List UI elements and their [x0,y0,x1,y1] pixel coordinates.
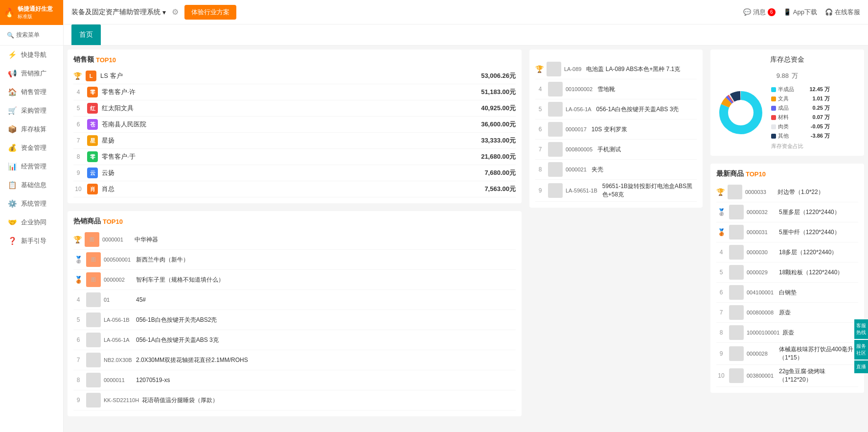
inventory-icon: 📦 [8,125,17,134]
legend-value-1: 12.45 万 [809,86,830,93]
np-img-8 [729,325,744,340]
system-selector[interactable]: 装备及固定资产辅助管理系统 ▾ [71,8,166,17]
hp-rank-6: 6 [73,336,83,343]
cs-hotline[interactable]: 客服 热线 [854,319,868,339]
hp-img-9 [86,393,101,408]
badge-4: 苍 [87,119,98,130]
sidebar-item-inventory[interactable]: 📦 库存核算 [0,120,63,139]
np-code-10: 003800001 [747,373,776,379]
np-code-5: 0000029 [747,269,776,275]
np-name-7: 原壶 [779,309,858,317]
np-rank-6: 6 [716,289,726,296]
guide-icon: ❓ [8,237,17,245]
legend-value-2: 1.01 万 [813,95,830,102]
gear-icon[interactable]: ⚙ [172,7,179,17]
online-service-btn[interactable]: 🎧 在线客服 [825,8,860,17]
sidebar-item-basic[interactable]: 📋 基础信息 [0,176,63,194]
headset-icon: 🎧 [825,8,833,16]
hp-code-7: NB2.0X30B [104,357,133,363]
newest-header: 最新商品 TOP10 [716,169,858,178]
rank-num-5: 7 [73,137,83,144]
sidebar-item-sales[interactable]: 🏠 销售管理 [0,83,63,101]
newest-products-panel: 最新商品 TOP10 🏆 0000033 封边带（1.0*22） 🥈 00000… [710,164,864,393]
hp-code-6: LA-056-1A [104,337,133,343]
main-area: 装备及固定资产辅助管理系统 ▾ ⚙ 体验行业方案 💬 消息 6 📱 App下载 … [64,0,868,432]
cust-value-3: 40,925.00元 [481,104,516,113]
rank-num-7: 9 [73,169,83,176]
app-logo: 🔥 畅捷通好生意 标准版 [0,0,63,25]
search-icon: 🔍 [7,32,14,39]
quick-icon: ⚡ [8,50,17,59]
nav-item-home[interactable]: 首页 [71,24,101,45]
hot-product-3: 🥉 图 0000002 智利车子里（规格不知道填什么） [73,270,516,290]
marketing-label: 营销推广 [21,69,46,78]
ts-rank-6: 8 [535,166,545,173]
cs-live[interactable]: 直播 [854,360,868,373]
float-customer-service: 客服 热线 服务 社区 直播 [854,319,868,373]
hot-product-2: 🥈 图 000500001 新西兰牛肉（新牛） [73,250,516,270]
legend-item-4: 材料 0.07 万 [771,114,830,121]
donut-chart [716,88,765,137]
top-selling-list: 🏆 LA-089 电池盖 LA-089 ABS本色+黑种 7.1克 4 0010… [535,59,697,202]
hp-rank-5: 5 [73,316,83,323]
sidebar-item-guide[interactable]: ❓ 新手引导 [0,232,63,250]
hp-name-3: 智利车子里（规格不知道填什么） [136,276,516,284]
top-selling-panel: 🏆 LA-089 电池盖 LA-089 ABS本色+黑种 7.1克 4 0010… [529,49,703,208]
ts-code-7: LA-59651-1B [566,188,597,193]
np-code-3: 0000031 [747,229,776,235]
topbar: 装备及固定资产辅助管理系统 ▾ ⚙ 体验行业方案 💬 消息 6 📱 App下载 … [64,0,868,24]
hot-products-panel: 热销商品 TOP10 🏆 图 0000001 中华神器 🥈 图 00050000… [68,211,522,416]
sidebar-item-finance[interactable]: 💰 资金管理 [0,139,63,157]
np-img-3 [729,225,744,240]
purchase-icon: 🛒 [8,106,17,115]
np-name-4: 18多层（1220*2440） [779,248,858,257]
ts-product-7: 9 LA-59651-1B 59651-1B旋转投影灯电池盒ABS黑色+58克 [535,180,697,202]
hp-rank-4: 4 [73,296,83,303]
np-rank-4: 4 [716,249,726,256]
cust-value-1: 53,006.26元 [481,72,516,80]
quick-label: 快捷导航 [21,50,46,59]
legend-dot-1 [771,87,776,92]
legend-label-5: 肉类 [778,123,809,130]
np-img-2 [729,205,744,219]
middle-column: 销售额 TOP10 🏆 L LS 客户 53,006.26元 4 零 零售客户·… [64,46,525,432]
search-menu-btn[interactable]: 🔍 搜索菜单 [4,29,59,41]
hp-img-4 [86,292,101,307]
hp-img-8 [86,373,101,387]
cust-name-2: 零售客户·许 [102,88,477,96]
sidebar-item-marketing[interactable]: 📢 营销推广 [0,64,63,83]
sidebar-item-enterprise[interactable]: 🤝 企业协同 [0,213,63,232]
top-customers-panel: 销售额 TOP10 🏆 L LS 客户 53,006.26元 4 零 零售客户·… [68,49,522,203]
hp-rank-7: 7 [73,357,83,363]
cs-hotline-sublabel: 热线 [856,329,866,336]
message-btn[interactable]: 💬 消息 6 [743,8,776,17]
cs-community-sublabel: 社区 [856,350,866,357]
message-badge: 6 [768,8,776,16]
cust-value-7: 7,680.00元 [484,168,516,177]
new-product-7: 7 000800008 原壶 [716,303,858,323]
hot-products-title: 热销商品 [73,217,101,226]
cs-community[interactable]: 服务 社区 [854,340,868,360]
legend-item-6: 其他 -3.86 万 [771,132,830,140]
new-product-10: 10 003800001 22g鱼豆腐·烧烤味（1*12*20） [716,365,858,387]
sidebar-item-quick[interactable]: ⚡ 快捷导航 [0,46,63,64]
new-product-4: 4 0000030 18多层（1220*2440） [716,242,858,263]
ts-img-3 [548,102,563,117]
hot-product-8: 8 0000011 12070519-xs [73,370,516,390]
trial-button[interactable]: 体验行业方案 [184,5,236,20]
hp-rank-8: 8 [73,377,83,384]
hp-name-2: 新西兰牛肉（新牛） [136,256,516,264]
np-rank-9: 9 [716,350,726,357]
message-icon: 💬 [743,8,751,16]
hot-product-7: 7 NB2.0X30B 2.0X30MM双搓花轴搓花直径2.1MM/ROHS [73,350,516,370]
cust-name-3: 红太阳文具 [102,104,477,113]
app-download-btn[interactable]: 📱 App下载 [783,8,817,17]
sidebar-item-system[interactable]: ⚙️ 系统管理 [0,194,63,213]
sidebar-item-operations[interactable]: 📊 经营管理 [0,157,63,176]
operations-icon: 📊 [8,162,17,171]
newest-badge: TOP10 [746,170,766,178]
cust-name-8: 肖总 [102,185,480,193]
sidebar-search-area[interactable]: 🔍 搜索菜单 [0,25,63,46]
finance-icon: 💰 [8,144,17,152]
sidebar-item-purchase[interactable]: 🛒 采购管理 [0,101,63,120]
